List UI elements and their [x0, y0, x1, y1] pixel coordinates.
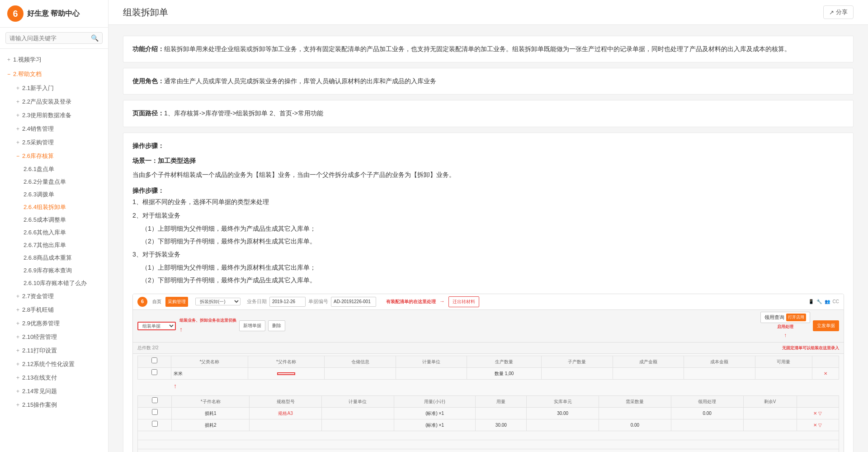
sidebar-item-new[interactable]: + 2.1新手入门 [9, 81, 108, 95]
td2-collect-1: 0.00 [671, 408, 743, 419]
sim-tb-confirm[interactable]: 立发单据 [813, 320, 839, 331]
sidebar-item-print[interactable]: + 2.11打印设置 [9, 344, 108, 357]
share-button[interactable]: ↗ 分享 [823, 5, 854, 19]
delete-row-btn[interactable]: ✕ [824, 371, 827, 376]
annotation-label-2: 组装业务、拆卸业务在这里切换 [179, 317, 236, 324]
sidebar-item-i2[interactable]: 2.6.2分量盘点单 [16, 176, 108, 188]
sidebar-item-inventory[interactable]: − 2.6库存核算 [9, 149, 108, 163]
sidebar-item-video[interactable]: + 1.视频学习 [0, 52, 108, 67]
td-parent-name [248, 368, 325, 380]
td2-spec-1: 规格A3 [250, 408, 322, 419]
sidebar-item-i1[interactable]: 2.6.1盘点单 [16, 163, 108, 176]
search-input[interactable] [9, 35, 91, 42]
sim-row-count: 总件数 2/2 [137, 344, 159, 352]
sidebar-item-purchase[interactable]: + 2.5采购管理 [9, 136, 108, 149]
red-arrow-name: ↑ [174, 381, 177, 392]
red-arrow-enable: ↑ [784, 331, 787, 341]
inventory-subnav: 2.6.1盘点单 2.6.2分量盘点单 2.6.3调拨单 2.6.4组装拆卸单 … [9, 163, 108, 290]
expand-icon-ops: + [16, 334, 19, 340]
th2-collect: 领用处理 [671, 396, 743, 408]
sim-header-icons: 📱 🔧 👥 CC [808, 298, 839, 306]
td-action-btn: ✕ [812, 368, 839, 380]
th-actions [812, 356, 839, 368]
main-area: 组装拆卸单 ↗ 分享 功能介绍：组装拆卸单用来处理企业组装或拆卸等加工业务，支持… [108, 0, 868, 452]
th-parent-type: *父类名称 [171, 356, 248, 368]
td2-unit-1 [321, 408, 394, 419]
sim-tb-delete[interactable]: 删除 [268, 320, 285, 331]
sidebar-item-i7[interactable]: 2.6.7其他出库单 [16, 239, 108, 252]
nav-group-video: + 1.视频学习 [0, 52, 108, 67]
sidebar-item-coupon[interactable]: + 2.9优惠券管理 [9, 317, 108, 330]
sidebar-item-install[interactable]: + 2.2产品安装及登录 [9, 95, 108, 109]
th-sub-qty: 子产数量 [541, 356, 613, 368]
row-cb-1[interactable] [152, 409, 158, 415]
sidebar-item-cases[interactable]: + 2.15操作案例 [9, 398, 108, 412]
sim-btn-transfer[interactable]: 迁出转材料 [448, 296, 479, 307]
sidebar-item-i8[interactable]: 2.6.8商品成本重算 [16, 252, 108, 264]
sidebar-item-sales[interactable]: + 2.4销售管理 [9, 122, 108, 136]
sidebar-item-i6[interactable]: 2.6.6其他入库单 [16, 226, 108, 239]
delete-row-2-btn[interactable]: ✕ ▽ [813, 411, 822, 416]
annotation-label-1: 有装配清单的在这里处理 [386, 298, 436, 306]
select-all-2[interactable] [152, 397, 158, 403]
th-checkbox [138, 356, 171, 368]
sim-module-select[interactable]: 拆装拆卸(一) [195, 298, 241, 305]
sidebar-item-mobile[interactable]: + 2.8手机旺铺 [9, 303, 108, 317]
step2-2: （2）下部明细为子件明细，最终作为原材料生成其它出库单。 [132, 236, 844, 247]
expand-icon-data: + [16, 112, 19, 119]
scene1-title: 场景一：加工类型选择 [132, 155, 844, 167]
role-block: 使用角色：通常由生产人员或库管人员完成拆装业务的操作，库管人员确认原材料的出库和… [123, 68, 854, 95]
sidebar-item-i5[interactable]: 2.6.5成本调整单 [16, 214, 108, 226]
sidebar-item-docs[interactable]: − 2.帮助文档 [0, 67, 108, 81]
sidebar-item-i9[interactable]: 2.6.9库存账本查询 [16, 264, 108, 277]
td2-spec-2 [250, 419, 322, 431]
td-empty-1 [138, 431, 839, 440]
expand-icon-coupon: + [16, 320, 19, 327]
sidebar-item-i3[interactable]: 2.6.3调拨单 [16, 188, 108, 201]
th-unit: 计量单位 [396, 356, 467, 368]
step1: 1、根据不同的业务，选择不同单据的类型来处理 [132, 196, 844, 208]
row-cb-2[interactable] [152, 421, 158, 427]
sidebar-item-finance[interactable]: + 2.7资金管理 [9, 290, 108, 303]
sidebar-item-i4[interactable]: 2.6.4组装拆卸单 [16, 201, 108, 214]
steps-block: 操作步骤： 场景一：加工类型选择 当由多个子件材料组装成一个成品的业务为【组装】… [123, 133, 854, 452]
td-parent-type: 米米 [171, 368, 248, 380]
expand-icon-inventory: − [16, 153, 19, 159]
sim-type-select[interactable]: 组装单据 拆卸 [137, 322, 176, 330]
sidebar: 6 好生意 帮助中心 🔍 + 1.视频学习 − 2.帮助文档 + 2.1新手入 [0, 0, 108, 452]
func-intro-label: 功能介绍： [132, 45, 164, 52]
row-checkbox[interactable] [151, 369, 157, 375]
app-icon-2: 🔧 [816, 298, 822, 306]
sim-enable-area: 领用查询 打开店用 启用处理 ↑ [760, 312, 810, 341]
expand-icon-new: + [16, 85, 19, 91]
td2-actual-1: 30.00 [527, 408, 599, 419]
th2-spec: 规格型号 [250, 396, 322, 408]
td-empty-2 [138, 440, 839, 449]
td-name-input[interactable] [277, 372, 295, 375]
sidebar-item-pay[interactable]: + 2.13在线支付 [9, 371, 108, 385]
sidebar-nav: + 1.视频学习 − 2.帮助文档 + 2.1新手入门 + 2.2产品安装及登录 [0, 49, 108, 452]
td2-remain-2 [743, 419, 797, 431]
sim-table-parent: *父类名称 *父件名称 仓储信息 计量单位 生产数量 子产数量 成产金额 成本金… [137, 356, 839, 380]
page-title: 组装拆卸单 [123, 6, 168, 19]
expand-icon-video: + [7, 57, 10, 63]
sim-enable-label: 领用查询 [764, 313, 784, 322]
expand-icon-faq: + [16, 388, 19, 395]
sim-header: 6 自页 采购管理 拆装拆卸(一) 业务日期 [133, 294, 844, 310]
table-row [138, 449, 839, 452]
sidebar-item-data[interactable]: + 2.3使用前数据准备 [9, 109, 108, 122]
search-icon[interactable]: 🔍 [91, 34, 99, 42]
sidebar-item-i10[interactable]: 2.6.10库存账本错了么办 [16, 277, 108, 290]
table-row [138, 440, 839, 449]
delete-row-3-btn[interactable]: ✕ ▽ [813, 423, 822, 428]
th-prod-qty: 生产数量 [467, 356, 542, 368]
sidebar-item-system[interactable]: + 2.12系统个性化设置 [9, 357, 108, 371]
td-sub-qty [541, 368, 613, 380]
sim-tb-add[interactable]: 新增单据 [239, 320, 265, 331]
td2-needed-1 [599, 408, 671, 419]
steps-label: 操作步骤： [132, 187, 164, 194]
path-block: 页面路径：1、库存核算->库存管理->组装拆卸单 2、首页->常用功能 [123, 100, 854, 127]
select-all[interactable] [151, 357, 157, 363]
sidebar-item-faq[interactable]: + 2.14常见问题 [9, 385, 108, 398]
sidebar-item-ops[interactable]: + 2.10经营管理 [9, 330, 108, 344]
